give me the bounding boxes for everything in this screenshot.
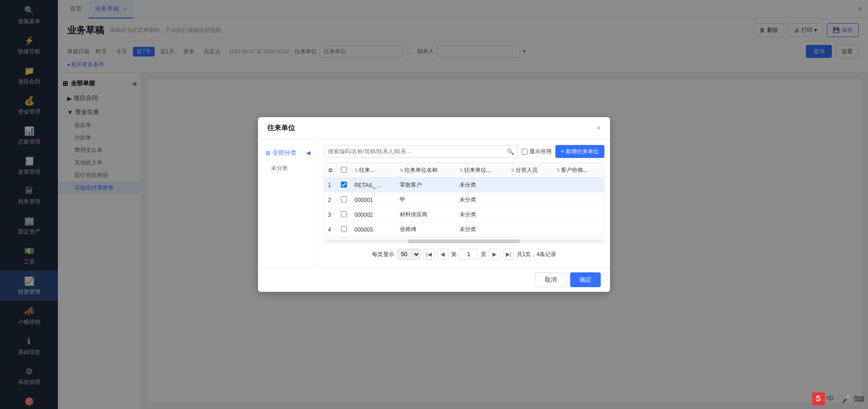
sort-price-icon[interactable] (556, 167, 561, 173)
table-row[interactable]: 4 000003 张师傅 未分类 (324, 222, 604, 237)
row2-checkbox[interactable] (341, 196, 347, 202)
table-row[interactable]: 1 RETAIL_... 零散客户 未分类 (324, 178, 604, 193)
th-checkbox[interactable] (337, 163, 351, 178)
partner-table: ⚙ 往来... 往来单位名称 往来单位... 分管人员 客户价格... (324, 163, 604, 237)
corner-tools: 中 · 🎤 ⌨ (827, 394, 864, 404)
mic-icon[interactable]: 🎤 (842, 395, 851, 403)
partner-table-wrap: ⚙ 往来... 往来单位名称 往来单位... 分管人员 客户价格... (324, 163, 604, 238)
row3-cat: 未分类 (456, 208, 507, 222)
logo-s-icon: S (812, 392, 825, 405)
confirm-button[interactable]: 确定 (570, 272, 601, 287)
per-page-select[interactable]: 50 100 (397, 249, 421, 260)
row1-check[interactable] (337, 178, 351, 193)
row3-name: 材料供应商 (396, 208, 456, 222)
search-icon: 🔍 (507, 148, 515, 155)
row2-num: 2 (324, 193, 337, 208)
row2-price (553, 193, 604, 208)
scrollbar-thumb (408, 239, 520, 243)
sort-cat-icon[interactable] (459, 167, 464, 173)
horizontal-scrollbar[interactable] (324, 239, 604, 243)
all-category-label: 全部分类 (272, 149, 296, 157)
add-partner-button[interactable]: + 新增往来单位 (555, 145, 604, 158)
dot-icon: · (837, 395, 839, 403)
row1-mgr (507, 178, 553, 193)
page-suffix: 页 (481, 251, 486, 258)
row2-cat: 未分类 (456, 193, 507, 208)
table-row[interactable]: 2 000001 甲 未分类 (324, 193, 604, 208)
prev-page-btn[interactable]: ◀ (437, 249, 448, 260)
row4-checkbox[interactable] (341, 226, 347, 232)
row1-cat: 未分类 (456, 178, 507, 193)
row3-checkbox[interactable] (341, 211, 347, 217)
dialog-sidebar: ⊞ 全部分类 ◀ 未分类 (258, 139, 318, 267)
row2-code: 000001 (351, 193, 396, 208)
row3-mgr (507, 208, 553, 222)
row1-checkbox[interactable] (341, 182, 347, 188)
sort-mgr-icon[interactable] (511, 167, 516, 173)
next-page-btn[interactable]: ▶ (489, 249, 500, 260)
row1-name: 零散客户 (396, 178, 456, 193)
grid-icon2: ⊞ (265, 150, 270, 157)
total-label: 共1页，4条记录 (517, 251, 556, 258)
row4-price (553, 222, 604, 237)
row2-check[interactable] (337, 193, 351, 208)
th-settings[interactable]: ⚙ (324, 163, 337, 178)
th-name: 往来单位名称 (396, 163, 456, 178)
partner-search-input[interactable] (324, 145, 504, 157)
show-disabled-text: 显示停用 (529, 148, 552, 156)
row2-name: 甲 (396, 193, 456, 208)
pagination: 每页显示 50 100 |◀ ◀ 第 页 ▶ ▶| 共1页，4条记录 (324, 245, 604, 262)
row4-cat: 未分类 (456, 222, 507, 237)
th-category: 往来单位... (456, 163, 507, 178)
row4-code: 000003 (351, 222, 396, 237)
zhong-icon[interactable]: 中 (827, 394, 834, 404)
unclassified-item[interactable]: 未分类 (258, 161, 318, 176)
dialog-body: ⊞ 全部分类 ◀ 未分类 🔍 (258, 139, 610, 267)
sort-name-icon[interactable] (400, 167, 404, 173)
show-disabled-label[interactable]: 显示停用 (522, 148, 552, 156)
row2-mgr (507, 193, 553, 208)
row1-code: RETAIL_... (351, 178, 396, 193)
row3-price (553, 208, 604, 222)
dialog-actions: 取消 确定 (258, 267, 610, 292)
cancel-button[interactable]: 取消 (535, 272, 566, 287)
row3-num: 3 (324, 208, 337, 222)
last-page-btn[interactable]: ▶| (503, 249, 514, 260)
th-price: 客户价格... (553, 163, 604, 178)
partner-search-button[interactable]: 🔍 (504, 145, 517, 157)
table-row[interactable]: 3 000002 材料供应商 未分类 (324, 208, 604, 222)
modal-overlay: 往来单位 × ⊞ 全部分类 ◀ 未分类 (0, 0, 868, 409)
page-input[interactable] (459, 249, 478, 260)
dialog-main: 🔍 显示停用 + 新增往来单位 ⚙ (318, 139, 610, 267)
row4-num: 4 (324, 222, 337, 237)
corner-logo: S 中 · 🎤 ⌨ (812, 392, 864, 405)
dialog-header: 往来单位 × (258, 117, 610, 139)
sort-code-icon[interactable] (354, 167, 359, 173)
row4-mgr (507, 222, 553, 237)
dialog-toolbar: 🔍 显示停用 + 新增往来单位 (324, 145, 604, 158)
dialog-partner: 往来单位 × ⊞ 全部分类 ◀ 未分类 (258, 117, 610, 292)
all-category-btn[interactable]: ⊞ 全部分类 ◀ (258, 145, 318, 161)
show-disabled-checkbox[interactable] (522, 149, 528, 155)
dialog-close-button[interactable]: × (597, 124, 601, 132)
keyboard-icon[interactable]: ⌨ (854, 395, 864, 403)
select-all-checkbox[interactable] (341, 167, 347, 173)
row3-check[interactable] (337, 208, 351, 222)
sidebar-collapse-icon[interactable]: ◀ (306, 150, 310, 156)
per-page-label: 每页显示 (372, 251, 394, 258)
partner-search-box: 🔍 (324, 145, 518, 158)
row1-num: 1 (324, 178, 337, 193)
row4-check[interactable] (337, 222, 351, 237)
row4-name: 张师傅 (396, 222, 456, 237)
row3-code: 000002 (351, 208, 396, 222)
th-code: 往来... (351, 163, 396, 178)
first-page-btn[interactable]: |◀ (423, 249, 434, 260)
dialog-title: 往来单位 (267, 124, 295, 132)
page-label: 第 (451, 251, 457, 258)
table-header-row: ⚙ 往来... 往来单位名称 往来单位... 分管人员 客户价格... (324, 163, 604, 178)
row1-price (553, 178, 604, 193)
th-manager: 分管人员 (507, 163, 553, 178)
